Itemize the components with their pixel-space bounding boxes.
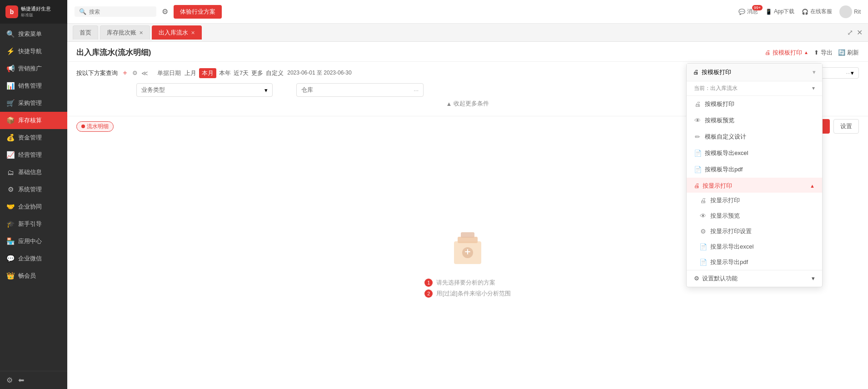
sidebar-item-search[interactable]: 🔍 搜索菜单 — [0, 25, 67, 43]
filter-business-type-select[interactable]: 业务类型 ▾ — [136, 83, 273, 97]
dropdown-template-customize-icon: ✏ — [694, 133, 701, 140]
sidebar-collapse-icon[interactable]: ⬅ — [18, 376, 24, 384]
dropdown-item-template-excel[interactable]: 📄 按模板导出excel — [687, 145, 822, 161]
sidebar-item-guide[interactable]: 🎓 新手引导 — [0, 215, 67, 233]
tab-batch-account-close-icon[interactable]: ✕ — [139, 30, 143, 36]
export-button[interactable]: ⬆ 导出 — [814, 49, 833, 57]
app-download-button[interactable]: 📱 App下载 — [765, 8, 794, 15]
sidebar-logo: b 畅捷通好生意 标准版 — [0, 0, 67, 24]
tab-close-button[interactable]: ✕ — [857, 28, 863, 37]
sidebar-item-operations[interactable]: 📈 经营管理 — [0, 146, 67, 164]
sidebar-item-label: 销售管理 — [18, 82, 42, 90]
refresh-icon: 🔄 — [838, 49, 845, 56]
query-tag-label: 流水明细 — [87, 123, 109, 130]
query-tag-active[interactable]: 流水明细 — [76, 121, 114, 132]
dropdown-footer-settings-icon: ⚙ — [694, 275, 699, 282]
filter-date-custom[interactable]: 自定义 — [266, 69, 284, 77]
filter-voucher-type-controls: ··· ▾ — [844, 70, 854, 76]
dropdown-item-template-preview-label: 按模板预览 — [705, 116, 734, 125]
topbar-gear-icon[interactable]: ⚙ — [162, 7, 168, 16]
dropdown-sub-item-display-excel[interactable]: 📄 按显示导出excel — [687, 239, 822, 254]
member-icon: 👑 — [6, 272, 15, 280]
sidebar-item-label: 搜索菜单 — [18, 30, 42, 38]
inventory-icon: 📦 — [6, 116, 15, 125]
filter-date-this-month[interactable]: 本月 — [199, 68, 216, 78]
dropdown-sub-item-display-print[interactable]: 🖨 按显示打印 — [687, 193, 822, 208]
sidebar-item-label: 经营管理 — [18, 151, 42, 159]
industry-solution-button[interactable]: 体验行业方案 — [174, 5, 222, 19]
topbar-search-box[interactable]: 🔍 — [75, 6, 156, 17]
sidebar-item-label: 采购管理 — [18, 99, 42, 107]
collapse-icon: ▲ — [446, 100, 452, 107]
topbar-search-icon: 🔍 — [79, 8, 86, 15]
dropdown-header[interactable]: 🖨 按模板打印 ▾ — [687, 64, 822, 81]
hint-num-2: 2 — [424, 289, 433, 298]
settings-button[interactable]: 设置 — [833, 119, 859, 134]
print-template-button[interactable]: 🖨 按模板打印 ▲ — [765, 49, 808, 57]
filter-add-button[interactable]: ＋ — [121, 68, 129, 78]
hint-num-1: 1 — [424, 279, 433, 287]
tab-maximize-button[interactable]: ⤢ — [847, 28, 853, 37]
sidebar-item-appstore[interactable]: 🏪 应用中心 — [0, 233, 67, 250]
sidebar-item-inventory[interactable]: 📦 库存核算 — [0, 112, 67, 129]
refresh-button[interactable]: 🔄 刷新 — [838, 49, 859, 57]
coop-icon: 🤝 — [6, 203, 15, 211]
dropdown-template-excel-icon: 📄 — [694, 150, 701, 157]
sidebar-item-label: 畅会员 — [18, 272, 36, 280]
sidebar-settings-icon[interactable]: ⚙ — [6, 376, 13, 384]
svg-rect-1 — [458, 237, 478, 243]
dropdown-section-display-print[interactable]: 🖨 按显示打印 ▲ — [687, 178, 822, 193]
filter-date-this-year[interactable]: 本年 — [219, 69, 231, 77]
sidebar-item-system[interactable]: ⚙ 系统管理 — [0, 181, 67, 198]
dropdown-sub-item-display-settings[interactable]: ⚙ 按显示打印设置 — [687, 224, 822, 239]
sidebar-item-wechat[interactable]: 💬 企业微信 — [0, 250, 67, 267]
sidebar-item-label: 应用中心 — [18, 237, 42, 245]
dropdown-footer[interactable]: ⚙ 设置默认功能 ▾ — [687, 270, 822, 287]
finance-icon: 💰 — [6, 134, 15, 142]
export-icon: ⬆ — [814, 49, 819, 56]
tab-in-out-flow[interactable]: 出入库流水 ✕ — [152, 25, 202, 40]
dropdown-header-label: 按模板打印 — [702, 68, 731, 76]
sidebar-item-marketing[interactable]: 📢 营销推广 — [0, 60, 67, 77]
filter-business-chevron-icon: ▾ — [264, 87, 268, 94]
sidebar-item-sales[interactable]: 📊 销售管理 — [0, 77, 67, 95]
filter-settings-icon[interactable]: ⚙ — [132, 70, 138, 76]
dropdown-sub-item-display-pdf[interactable]: 📄 按显示导出pdf — [687, 254, 822, 270]
filter-date-7days[interactable]: 近7天 — [234, 69, 249, 77]
dropdown-sub-item-display-preview[interactable]: 👁 按显示预览 — [687, 208, 822, 224]
tab-batch-account[interactable]: 库存批次账 ✕ — [100, 25, 150, 40]
filter-warehouse-select[interactable]: 仓库 ··· — [296, 83, 424, 97]
sidebar-item-finance[interactable]: 💰 资金管理 — [0, 129, 67, 146]
sidebar-item-label: 资金管理 — [18, 134, 42, 142]
dropdown-item-template-print[interactable]: 🖨 按模板打印 — [687, 96, 822, 112]
display-settings-icon: ⚙ — [699, 228, 707, 235]
sidebar-item-basic[interactable]: 🗂 基础信息 — [0, 164, 67, 181]
tab-in-out-flow-close-icon[interactable]: ✕ — [191, 30, 195, 36]
purchase-icon: 🛒 — [6, 99, 15, 107]
filter-date-section: 单据日期 上月 本月 本年 近7天 更多 自定义 2023-06-01 至 20… — [157, 68, 352, 78]
empty-hint-2: 2 用[过滤]条件来缩小分析范围 — [424, 289, 510, 298]
message-button[interactable]: 💬 消息 99+ — [738, 8, 758, 15]
filter-date-more[interactable]: 更多 — [251, 69, 263, 77]
sidebar-item-coop[interactable]: 🤝 企业协同 — [0, 198, 67, 215]
filter-section-label: 按以下方案查询 ＋ ⚙ ≪ — [76, 68, 148, 78]
tab-home-label: 首页 — [80, 29, 91, 37]
sidebar-item-purchase[interactable]: 🛒 采购管理 — [0, 95, 67, 112]
customer-service-button[interactable]: 🎧 在线客服 — [802, 8, 832, 15]
current-indicator: 当前：出入库流水 ▾ — [687, 81, 822, 96]
sidebar-nav: 🔍 搜索菜单 ⚡ 快捷导航 📢 营销推广 📊 销售管理 🛒 采购管理 📦 库存核… — [0, 24, 67, 371]
topbar-search-input[interactable] — [89, 9, 144, 15]
user-avatar-button[interactable]: Rit — [839, 5, 861, 18]
dropdown-item-template-customize[interactable]: ✏ 模板自定义设计 — [687, 129, 822, 145]
filter-date-last-month[interactable]: 上月 — [185, 69, 196, 77]
filter-date-label: 单据日期 — [157, 69, 181, 77]
dropdown-item-template-pdf[interactable]: 📄 按模板导出pdf — [687, 161, 822, 178]
sidebar-item-quick-nav[interactable]: ⚡ 快捷导航 — [0, 43, 67, 60]
filter-collapse-icon[interactable]: ≪ — [141, 70, 148, 77]
tab-batch-account-label: 库存批次账 — [107, 29, 136, 37]
dropdown-item-template-preview[interactable]: 👁 按模板预览 — [687, 112, 822, 129]
tab-home[interactable]: 首页 — [73, 25, 98, 40]
dropdown-chevron-icon: ▾ — [813, 69, 816, 75]
filter-date-options: 上月 本月 本年 近7天 更多 自定义 — [185, 68, 284, 78]
sidebar-item-member[interactable]: 👑 畅会员 — [0, 267, 67, 284]
